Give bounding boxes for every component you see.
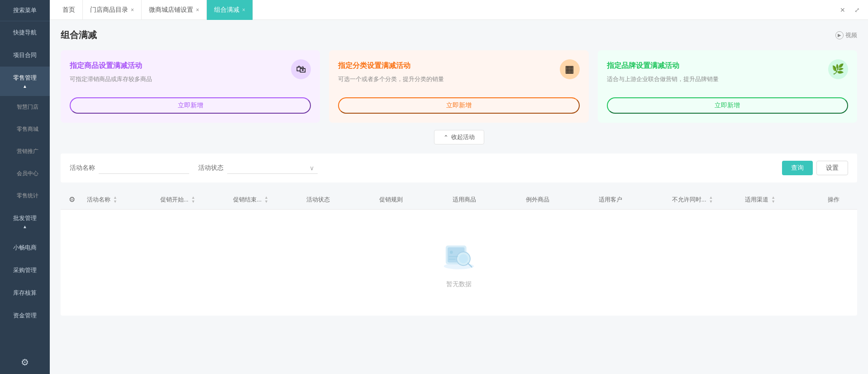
empty-state: 暂无数据 — [61, 210, 857, 316]
sidebar-item-smart-store[interactable]: 智慧门店 — [0, 96, 50, 118]
tab-home[interactable]: 首页 — [55, 0, 83, 20]
sort-icon-channel: ▲▼ — [771, 196, 775, 204]
sidebar-label-inventory: 库存核算 — [13, 289, 37, 297]
sidebar-item-marketing[interactable]: 营销推广 — [0, 140, 50, 163]
empty-text: 暂无数据 — [446, 280, 472, 288]
sidebar-settings[interactable]: ⚙ — [0, 350, 50, 374]
sidebar-item-retail-mall[interactable]: 零售商城 — [0, 118, 50, 140]
data-table: ⚙活动名称▲▼促销开始...▲▼促销结束...▲▼活动状态促销规则适用商品例外商… — [61, 190, 857, 316]
col-label-channel: 适用渠道 — [745, 196, 768, 204]
tab-label-home: 首页 — [62, 6, 75, 14]
sidebar-item-member[interactable]: 会员中心 — [0, 163, 50, 185]
cards-row: 🛍 指定商品设置满减活动 可指定滞销商品或库存较多商品 立即新增 ▦ 指定分类设… — [61, 50, 857, 123]
activity-status-select[interactable]: ∨ — [227, 163, 318, 174]
sort-icon-name: ▲▼ — [113, 196, 117, 204]
tab-store-catalog[interactable]: 门店商品目录× — [83, 0, 142, 20]
card-icon-brand-card: 🌿 — [828, 59, 848, 79]
activity-name-input[interactable] — [99, 163, 189, 174]
sidebar-label-member: 会员中心 — [17, 170, 38, 177]
card-title-category-card: 指定分类设置满减活动 — [338, 61, 579, 71]
sidebar-label-retail-stats: 零售统计 — [17, 192, 38, 200]
chevron-down-icon: ∨ — [310, 164, 314, 172]
tab-label-combo-discount: 组合满减 — [214, 6, 239, 14]
search-menu-label: 搜索菜单 — [13, 7, 37, 14]
sidebar: 搜索菜单 快捷导航项目合同零售管理▲智慧门店零售商城营销推广会员中心零售统计批发… — [0, 0, 50, 374]
tab-bar: 首页门店商品目录×微商城店铺设置×组合满减× ✕ ⤢ — [50, 0, 868, 20]
activity-status-label: 活动状态 — [198, 164, 224, 172]
th-name[interactable]: 活动名称▲▼ — [84, 196, 157, 204]
main-area: 首页门店商品目录×微商城店铺设置×组合满减× ✕ ⤢ 组合满减 ▶ 视频 🛍 指… — [50, 0, 868, 374]
filter-row: 活动名称 活动状态 ∨ 查询 设置 — [61, 153, 857, 182]
sidebar-label-purchase: 采购管理 — [13, 266, 37, 274]
card-btn-brand-card[interactable]: 立即新增 — [607, 97, 848, 114]
card-title-brand-card: 指定品牌设置满减活动 — [607, 61, 848, 71]
sidebar-label-shortcut: 快捷导航 — [13, 29, 37, 37]
video-link[interactable]: ▶ 视频 — [835, 31, 857, 39]
sort-icon-end: ▲▼ — [264, 196, 268, 204]
sidebar-item-purchase[interactable]: 采购管理 — [0, 259, 50, 282]
card-btn-product-card[interactable]: 立即新增 — [70, 97, 311, 114]
filter-actions: 查询 设置 — [782, 161, 848, 175]
card-desc-brand-card: 适合与上游企业联合做营销，提升品牌销量 — [607, 75, 848, 90]
tab-label-wechat-store: 微商城店铺设置 — [149, 6, 193, 14]
search-menu[interactable]: 搜索菜单 — [0, 0, 50, 21]
sort-icon-start: ▲▼ — [191, 196, 195, 204]
card-icon-category-card: ▦ — [560, 59, 580, 79]
sidebar-label-xiaochange: 小畅电商 — [13, 244, 37, 252]
empty-illustration — [436, 237, 482, 273]
expand-arrow-icon: ▲ — [23, 224, 27, 229]
svg-rect-8 — [449, 259, 456, 260]
collapse-button[interactable]: ⌃ 收起活动 — [434, 130, 484, 144]
th-customers: 适用客户 — [596, 196, 669, 204]
sidebar-label-wholesale: 批发管理 — [13, 214, 37, 222]
column-settings-icon[interactable]: ⚙ — [69, 195, 75, 204]
tab-combo-discount[interactable]: 组合满减× — [207, 0, 253, 20]
filter-activity-status: 活动状态 ∨ — [198, 163, 318, 174]
th-no-overlap[interactable]: 不允许同时...▲▼ — [669, 196, 743, 204]
th-channel[interactable]: 适用渠道▲▼ — [742, 196, 816, 204]
th-action: 操作 — [816, 196, 852, 204]
card-title-product-card: 指定商品设置满减活动 — [70, 61, 311, 71]
sidebar-item-xiaochange[interactable]: 小畅电商 — [0, 236, 50, 259]
sidebar-item-project[interactable]: 项目合同 — [0, 44, 50, 67]
tab-close-combo-discount[interactable]: × — [242, 7, 245, 13]
setting-button[interactable]: 设置 — [816, 161, 848, 175]
card-btn-category-card[interactable]: 立即新增 — [338, 97, 579, 114]
query-button[interactable]: 查询 — [782, 161, 813, 175]
sidebar-item-retail-stats[interactable]: 零售统计 — [0, 185, 50, 207]
tab-close-wechat-store[interactable]: × — [196, 7, 199, 13]
window-controls: ✕ ⤢ — [837, 5, 863, 15]
col-label-products: 适用商品 — [453, 196, 476, 204]
th-start[interactable]: 促销开始...▲▼ — [157, 196, 231, 204]
card-product-card: 🛍 指定商品设置满减活动 可指定滞销商品或库存较多商品 立即新增 — [61, 50, 320, 123]
th-exclude: 例外商品 — [523, 196, 596, 204]
col-label-end: 促销结束... — [233, 196, 262, 204]
card-desc-product-card: 可指定滞销商品或库存较多商品 — [70, 75, 311, 90]
sidebar-item-finance[interactable]: 资金管理 — [0, 304, 50, 327]
card-brand-card: 🌿 指定品牌设置满减活动 适合与上游企业联合做营销，提升品牌销量 立即新增 — [598, 50, 857, 123]
page-content: 组合满减 ▶ 视频 🛍 指定商品设置满减活动 可指定滞销商品或库存较多商品 立即… — [50, 20, 868, 374]
sidebar-item-inventory[interactable]: 库存核算 — [0, 282, 50, 304]
col-label-exclude: 例外商品 — [526, 196, 549, 204]
col-label-action: 操作 — [828, 196, 839, 204]
tab-close-store-catalog[interactable]: × — [131, 7, 134, 13]
svg-rect-7 — [449, 256, 458, 258]
activity-name-label: 活动名称 — [70, 164, 95, 172]
col-label-status: 活动状态 — [306, 196, 330, 204]
close-button[interactable]: ✕ — [837, 5, 848, 15]
maximize-button[interactable]: ⤢ — [852, 5, 863, 15]
tab-wechat-store[interactable]: 微商城店铺设置× — [142, 0, 207, 20]
sidebar-label-retail-mall: 零售商城 — [17, 125, 38, 133]
sidebar-label-project: 项目合同 — [13, 51, 37, 59]
col-label-name: 活动名称 — [87, 196, 110, 204]
sidebar-item-wholesale[interactable]: 批发管理▲ — [0, 207, 50, 236]
th-status: 活动状态 — [304, 196, 377, 204]
sort-icon-no-overlap: ▲▼ — [709, 196, 713, 204]
col-label-rule: 促销规则 — [379, 196, 403, 204]
sidebar-item-shortcut[interactable]: 快捷导航 — [0, 21, 50, 44]
card-icon-product-card: 🛍 — [291, 59, 311, 79]
expand-arrow-icon: ▲ — [23, 84, 27, 89]
th-rule: 促销规则 — [377, 196, 450, 204]
th-end[interactable]: 促销结束...▲▼ — [230, 196, 304, 204]
sidebar-item-retail[interactable]: 零售管理▲ — [0, 67, 50, 96]
